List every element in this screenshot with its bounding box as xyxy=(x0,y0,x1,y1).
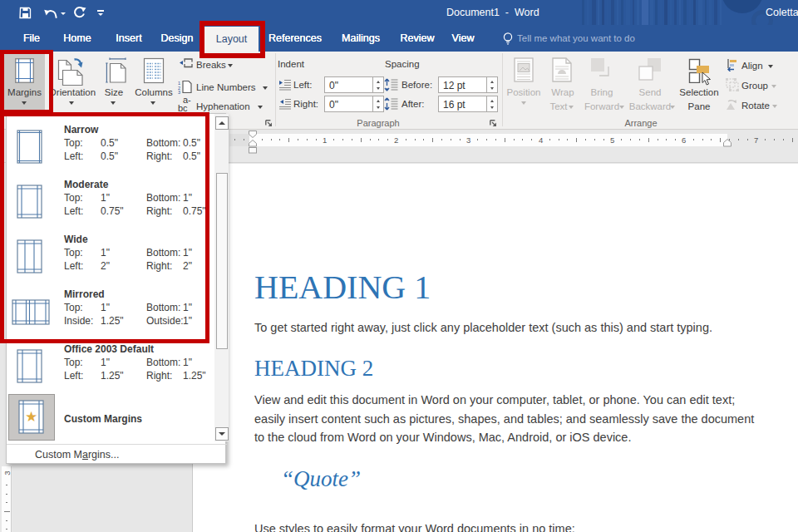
svg-text:★: ★ xyxy=(25,409,37,425)
svg-text:3: 3 xyxy=(178,90,180,94)
